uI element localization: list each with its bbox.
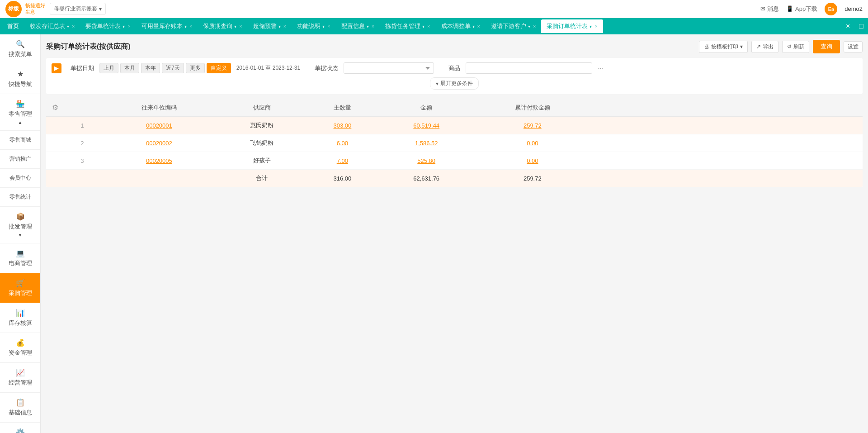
sidebar-item-inventory[interactable]: 📊 库存核算 (0, 303, 40, 333)
sidebar-item-wholesale[interactable]: 📦 批发管理 ▼ (0, 207, 40, 243)
row2-supplier-name: 飞鹤奶粉 (218, 134, 306, 152)
tab-function-close[interactable]: × (327, 24, 330, 29)
status-select[interactable] (344, 62, 434, 74)
filter-toggle-button[interactable]: ▶ (52, 63, 61, 73)
sidebar-item-quicknav[interactable]: ★ 快捷导航 (0, 64, 40, 94)
tab-order-summary[interactable]: 要货单统计表 ▾ × (80, 19, 136, 33)
sidebar-inventory-label: 库存核算 (9, 319, 32, 327)
top-right: ✉ 消息 📱 App下载 Ea demo2 (760, 3, 863, 15)
avatar[interactable]: Ea (825, 3, 837, 15)
tab-purchase-summary[interactable]: 采购订单统计表 ▾ × (541, 19, 603, 33)
tab-shelf-life[interactable]: 保质期查询 ▾ × (198, 19, 247, 33)
tab-picking-arrow: ▾ (422, 24, 425, 29)
content-area: 采购订单统计表(按供应商) 🖨 按模板打印 ▾ ↗ 导出 ↺ 刷新 查询 (41, 34, 868, 433)
sidebar-item-ecommerce[interactable]: 💻 电商管理 (0, 243, 40, 273)
tab-receive-summary[interactable]: 收发存汇总表 ▾ × (24, 19, 80, 33)
sidebar-item-basic-info[interactable]: 📋 基础信息 (0, 393, 40, 423)
tab-config-close[interactable]: × (372, 24, 374, 29)
row1-paid[interactable]: 259.72 (474, 117, 591, 134)
date-custom-button[interactable]: 自定义 (207, 63, 231, 73)
row3-amount[interactable]: 525.80 (379, 152, 474, 170)
tab-function-arrow: ▾ (322, 24, 325, 29)
tab-config-arrow: ▾ (367, 24, 369, 29)
app-download-button[interactable]: 📱 App下载 (786, 5, 817, 13)
export-button[interactable]: ↗ 导出 (751, 41, 778, 53)
row3-settings (46, 152, 64, 170)
row2-amount[interactable]: 1,586.52 (379, 134, 474, 152)
product-more-icon[interactable]: ··· (598, 64, 604, 72)
sidebar-item-sys-mgmt[interactable]: ⚙️ 系统管理 (0, 423, 40, 433)
product-input[interactable] (466, 62, 592, 74)
tab-shelf-label: 保质期查询 (203, 22, 232, 30)
top-bar: 标版 畅捷通好生意 母婴行业演示账套 ▾ ✉ 消息 📱 App下载 Ea dem… (0, 0, 868, 18)
row3-qty[interactable]: 7.00 (306, 152, 379, 170)
refresh-button[interactable]: ↺ 刷新 (782, 41, 809, 53)
tab-picking-close[interactable]: × (427, 24, 430, 29)
expand-more-button[interactable]: ▾ 展开更多条件 (430, 77, 479, 90)
expand-more-container: ▾ 展开更多条件 (52, 77, 857, 90)
tab-receive-close[interactable]: × (72, 24, 75, 29)
tab-stock-close[interactable]: × (189, 24, 192, 29)
tab-picking-task[interactable]: 拣货任务管理 ▾ × (380, 19, 435, 33)
footer-summary-label: 合计 (218, 170, 306, 187)
message-button[interactable]: ✉ 消息 (760, 5, 779, 13)
sidebar-item-search[interactable]: 🔍 搜索菜单 (0, 34, 40, 64)
sidebar-item-finance[interactable]: 💰 资金管理 (0, 333, 40, 363)
column-settings-icon[interactable]: ⚙ (52, 104, 58, 111)
nav-end: × □ (843, 21, 866, 31)
tab-config-info[interactable]: 配置信息 ▾ × (336, 19, 380, 33)
row2-supplier-code[interactable]: 00020002 (100, 134, 218, 152)
th-row-num (64, 99, 100, 117)
nav-expand-button[interactable]: □ (856, 21, 866, 31)
sidebar-item-retail-stats[interactable]: 零售统计 (0, 188, 40, 207)
settings-button[interactable]: 设置 (844, 41, 863, 52)
date-last-7days-button[interactable]: 近7天 (162, 63, 184, 73)
status-filter-label: 单据状态 (315, 64, 338, 72)
row3-paid[interactable]: 0.00 (474, 152, 591, 170)
tab-invite-customer[interactable]: 邀请下游客户 ▾ × (486, 19, 541, 33)
row2-paid[interactable]: 0.00 (474, 134, 591, 152)
date-this-month-button[interactable]: 本月 (120, 63, 139, 73)
row1-amount[interactable]: 60,519.44 (379, 117, 474, 134)
tab-home[interactable]: 首页 (2, 19, 24, 33)
title-actions: 🖨 按模板打印 ▾ ↗ 导出 ↺ 刷新 查询 设置 (699, 40, 863, 53)
print-button[interactable]: 🖨 按模板打印 ▾ (699, 41, 748, 53)
date-this-year-button[interactable]: 本年 (141, 63, 160, 73)
row2-num: 2 (64, 134, 100, 152)
tab-order-close[interactable]: × (127, 24, 130, 29)
query-button[interactable]: 查询 (813, 40, 840, 53)
sidebar-item-purchase[interactable]: 🛒 采购管理 (0, 273, 40, 303)
sidebar-item-marketing[interactable]: 营销推广 (0, 150, 40, 169)
wholesale-icon: 📦 (16, 212, 25, 221)
sidebar-item-member[interactable]: 会员中心 (0, 169, 40, 188)
tab-shelf-close[interactable]: × (239, 24, 242, 29)
tab-stock-ledger[interactable]: 可用量库存账本 ▾ × (136, 19, 198, 33)
tab-cost-close[interactable]: × (477, 24, 480, 29)
sidebar-item-retail-mall[interactable]: 零售商城 (0, 131, 40, 150)
date-last-month-button[interactable]: 上月 (99, 63, 118, 73)
row3-supplier-code[interactable]: 00020005 (100, 152, 218, 170)
nav-close-all-button[interactable]: × (843, 21, 853, 31)
data-table-container: ⚙ 往来单位编码 供应商 主数量 金额 累计付款金额 1 (46, 99, 863, 187)
print-arrow-icon: ▾ (740, 43, 743, 50)
th-settings[interactable]: ⚙ (46, 99, 64, 117)
row1-supplier-code[interactable]: 00020001 (100, 117, 218, 134)
tab-order-label: 要货单统计表 (85, 22, 121, 30)
refresh-label: 刷新 (793, 43, 804, 51)
date-more-button[interactable]: 更多 (186, 63, 205, 73)
row2-extra (591, 134, 863, 152)
row2-qty[interactable]: 6.00 (306, 134, 379, 152)
tab-cost-adjust[interactable]: 成本调整单 ▾ × (436, 19, 486, 33)
sidebar-item-retail[interactable]: 🏪 零售管理 ▲ (0, 94, 40, 131)
tab-cost-arrow: ▾ (472, 24, 475, 29)
row1-qty[interactable]: 303.00 (306, 117, 379, 134)
tab-function-desc[interactable]: 功能说明 ▾ × (292, 19, 335, 33)
tab-invite-close[interactable]: × (533, 24, 536, 29)
workspace-selector[interactable]: 母婴行业演示账套 ▾ (50, 3, 106, 15)
tab-purchase-close[interactable]: × (594, 24, 597, 29)
quicknav-icon: ★ (17, 70, 24, 78)
tab-overstock[interactable]: 超储预警 ▾ × (248, 19, 292, 33)
tab-overstock-close[interactable]: × (283, 24, 286, 29)
sidebar-item-operations[interactable]: 📈 经营管理 (0, 363, 40, 393)
sys-mgmt-icon: ⚙️ (16, 428, 25, 433)
